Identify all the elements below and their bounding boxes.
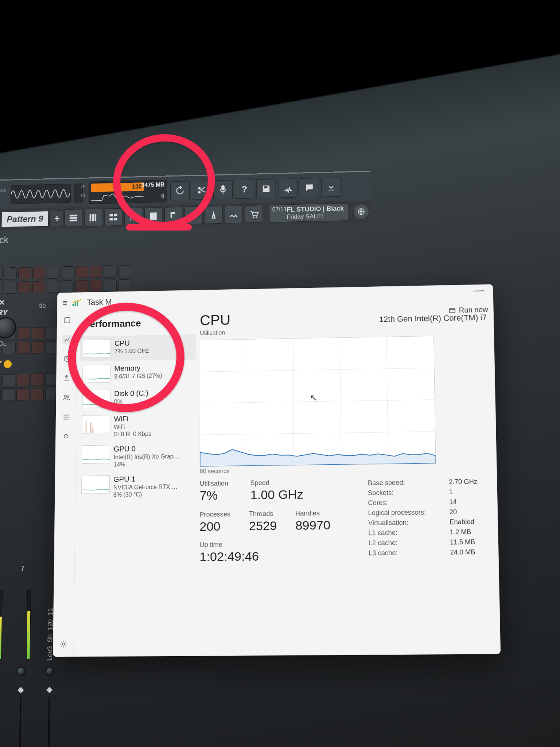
pan-knob[interactable]: [17, 667, 26, 676]
spec-value: 1.2 MB: [450, 528, 491, 536]
task-manager-window: ≡ Task M — Performance: [53, 284, 501, 657]
step-cell[interactable]: [75, 266, 88, 278]
hamburger-icon[interactable]: ≡: [62, 298, 67, 308]
step-cell[interactable]: [0, 282, 3, 294]
save-button[interactable]: [256, 179, 276, 198]
feedback-button[interactable]: [300, 178, 319, 197]
step-cell[interactable]: [31, 388, 44, 400]
render-button[interactable]: [278, 178, 298, 198]
plugin-button[interactable]: [184, 206, 202, 224]
step-cell[interactable]: [104, 279, 117, 292]
step-cell[interactable]: [47, 280, 60, 293]
view-mixer-button[interactable]: [124, 208, 142, 225]
transport-time[interactable]: :09: 49 M:S:CS: [0, 184, 8, 207]
step-cell[interactable]: [61, 266, 74, 279]
pan-knob[interactable]: [45, 667, 54, 676]
download-button[interactable]: [321, 177, 341, 197]
app-history-tab-icon[interactable]: [62, 354, 71, 364]
view-playlist-button[interactable]: [64, 209, 82, 227]
truncated-title-text: tle: [39, 302, 46, 310]
step-cell[interactable]: [118, 279, 131, 292]
step-cell[interactable]: [32, 281, 45, 293]
step-cell[interactable]: [90, 266, 103, 278]
minimize-button[interactable]: —: [471, 288, 486, 297]
users-tab-icon[interactable]: [62, 393, 71, 402]
help-button[interactable]: ?: [235, 179, 254, 199]
step-cell[interactable]: [18, 267, 31, 279]
svg-point-19: [256, 216, 257, 218]
tempo-tap-button[interactable]: [205, 206, 222, 224]
services-tab-icon[interactable]: [61, 432, 70, 441]
perf-item-cpu[interactable]: CPU 7% 1.00 GHz: [80, 334, 196, 361]
pattern-selector[interactable]: Pattern 9: [1, 211, 48, 227]
spec-key: Logical processors:: [368, 508, 435, 517]
globe-icon: [357, 208, 365, 216]
spec-key: Virtualisation:: [368, 519, 435, 527]
step-cell[interactable]: [16, 388, 30, 400]
svg-point-12: [132, 217, 134, 219]
fl-account-button[interactable]: [353, 204, 369, 220]
fader-handle[interactable]: [46, 687, 52, 693]
spec-row: L2 cache:11.5 MB: [368, 537, 491, 548]
shop-button[interactable]: [245, 205, 263, 223]
track-name: [18, 587, 19, 661]
spec-row: Sockets:1: [368, 487, 490, 498]
step-cell[interactable]: [31, 374, 44, 386]
perf-item-gpu-0[interactable]: GPU 0 Intel(R) Iris(R) Xe Grap… 14%: [79, 440, 196, 472]
perf-item-memory[interactable]: Memory 8.6/31.7 GB (27%): [79, 360, 196, 387]
tools-scissors-button[interactable]: [192, 180, 211, 200]
spec-row: L1 cache:1.2 MB: [368, 527, 491, 538]
step-cell[interactable]: [47, 267, 60, 279]
step-cell[interactable]: [18, 281, 31, 294]
pattern-add-button[interactable]: +: [50, 210, 63, 226]
step-cell[interactable]: [0, 388, 1, 401]
step-cell[interactable]: [16, 374, 30, 386]
step-cell[interactable]: [104, 265, 117, 278]
fader-handle[interactable]: [18, 687, 24, 693]
cpu-utilisation-graph[interactable]: ↖: [200, 336, 436, 467]
fl-cpu-panel[interactable]: 100 3475 MB 9: [89, 179, 167, 204]
record-mic-button[interactable]: [213, 180, 233, 199]
svg-point-28: [62, 643, 65, 645]
step-cell[interactable]: [89, 280, 102, 292]
spec-key: L2 cache:: [368, 539, 436, 547]
startup-tab-icon[interactable]: [62, 374, 71, 383]
waveform-preview[interactable]: [10, 183, 71, 204]
mouse-cursor-icon: ↖: [310, 392, 317, 403]
spec-value: Enabled: [450, 518, 491, 526]
dry-knob[interactable]: [0, 317, 16, 339]
close-icon[interactable]: ✕: [0, 298, 5, 307]
undo-history-button[interactable]: [170, 181, 190, 200]
fl-news-banner[interactable]: 07/11 FL STUDIO | Black Friday SALE!: [269, 203, 349, 222]
mixer-track[interactable]: 7: [6, 564, 36, 747]
performance-tab-icon[interactable]: [62, 335, 72, 344]
step-cell[interactable]: [118, 265, 131, 278]
step-cell[interactable]: [75, 280, 88, 293]
processes-tab-icon[interactable]: [62, 316, 72, 325]
view-pianoroll-button[interactable]: [84, 209, 102, 227]
settings-tab-icon[interactable]: [59, 639, 68, 649]
details-tab-icon[interactable]: [61, 412, 71, 422]
perf-item-wifi[interactable]: WiFi WiFi S: 0 R: 0 Kbps: [79, 410, 196, 442]
step-cell[interactable]: [61, 280, 74, 293]
step-cell[interactable]: [0, 268, 3, 280]
step-cell[interactable]: [2, 388, 15, 401]
perf-item-gpu-1[interactable]: GPU 1 NVIDIA GeForce RTX … 8% (30 °C): [78, 471, 196, 502]
track-meter: [26, 590, 31, 659]
view-channelrack-button[interactable]: [104, 208, 122, 226]
step-cell[interactable]: [2, 374, 15, 386]
spec-value: 1: [449, 488, 490, 496]
step-cell[interactable]: [0, 374, 1, 387]
copy-button[interactable]: [164, 207, 182, 225]
view-browser-button[interactable]: [144, 207, 162, 225]
step-cell[interactable]: [4, 282, 17, 294]
perf-item-sub: 8% (30 °C): [113, 491, 178, 498]
scripting-button[interactable]: [225, 205, 242, 223]
step-cell[interactable]: [4, 267, 17, 280]
svg-point-26: [64, 395, 66, 398]
fl-polyphony-count: 9: [161, 193, 164, 200]
perf-item-title: Disk 0 (C:): [114, 389, 148, 398]
track-number: 7: [9, 564, 36, 573]
perf-item-disk-0-c-[interactable]: Disk 0 (C:) 0%: [79, 385, 196, 412]
step-cell[interactable]: [32, 267, 46, 279]
